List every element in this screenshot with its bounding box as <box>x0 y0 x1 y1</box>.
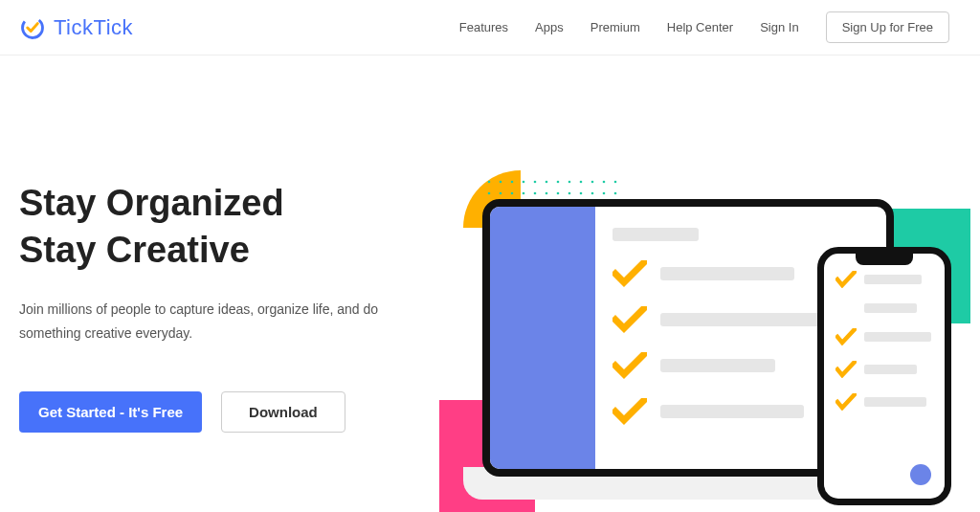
check-icon <box>835 361 857 378</box>
task-placeholder-icon <box>660 313 823 326</box>
hero-title: Stay Organized Stay Creative <box>19 180 440 275</box>
hero-subtitle: Join millions of people to capture ideas… <box>19 298 421 345</box>
check-icon <box>612 398 647 425</box>
get-started-button[interactable]: Get Started - It's Free <box>19 391 202 433</box>
check-icon <box>835 328 857 345</box>
signup-button[interactable]: Sign Up for Free <box>826 11 949 43</box>
nav-features[interactable]: Features <box>459 20 508 34</box>
hero-illustration <box>434 113 970 512</box>
nav-premium[interactable]: Premium <box>590 20 640 34</box>
hero-copy: Stay Organized Stay Creative Join millio… <box>19 113 440 433</box>
hero-title-line1: Stay Organized <box>19 183 284 223</box>
nav-help-center[interactable]: Help Center <box>667 20 733 34</box>
check-icon <box>835 393 857 411</box>
hero-title-line2: Stay Creative <box>19 230 250 270</box>
check-icon <box>612 260 647 287</box>
task-placeholder-icon <box>612 228 699 241</box>
top-nav: Features Apps Premium Help Center Sign I… <box>459 11 961 43</box>
header: TickTick Features Apps Premium Help Cent… <box>0 0 980 56</box>
ticktick-logo-icon <box>19 14 46 41</box>
task-row <box>835 361 933 378</box>
task-placeholder-icon <box>660 359 775 372</box>
task-placeholder-icon <box>864 365 917 374</box>
phone-notch <box>856 254 913 265</box>
task-row <box>835 393 933 411</box>
check-icon <box>612 352 647 379</box>
task-row <box>835 328 933 345</box>
task-row <box>612 228 869 241</box>
laptop-sidebar <box>490 207 595 469</box>
logo[interactable]: TickTick <box>19 14 133 41</box>
task-row <box>835 271 933 288</box>
check-icon <box>835 271 857 288</box>
task-placeholder-icon <box>660 405 804 418</box>
fab-icon <box>910 464 931 485</box>
nav-apps[interactable]: Apps <box>535 20 564 34</box>
nav-sign-in[interactable]: Sign In <box>760 20 798 34</box>
hero-ctas: Get Started - It's Free Download <box>19 391 440 433</box>
task-placeholder-icon <box>864 275 922 284</box>
hero-section: Stay Organized Stay Creative Join millio… <box>0 56 980 433</box>
task-placeholder-icon <box>864 397 926 407</box>
logo-text: TickTick <box>54 15 133 40</box>
task-placeholder-icon <box>864 332 931 342</box>
task-placeholder-icon <box>864 303 917 313</box>
download-button[interactable]: Download <box>221 391 345 433</box>
phone-mockup <box>817 247 951 505</box>
task-placeholder-icon <box>660 267 794 280</box>
check-icon <box>612 306 647 333</box>
